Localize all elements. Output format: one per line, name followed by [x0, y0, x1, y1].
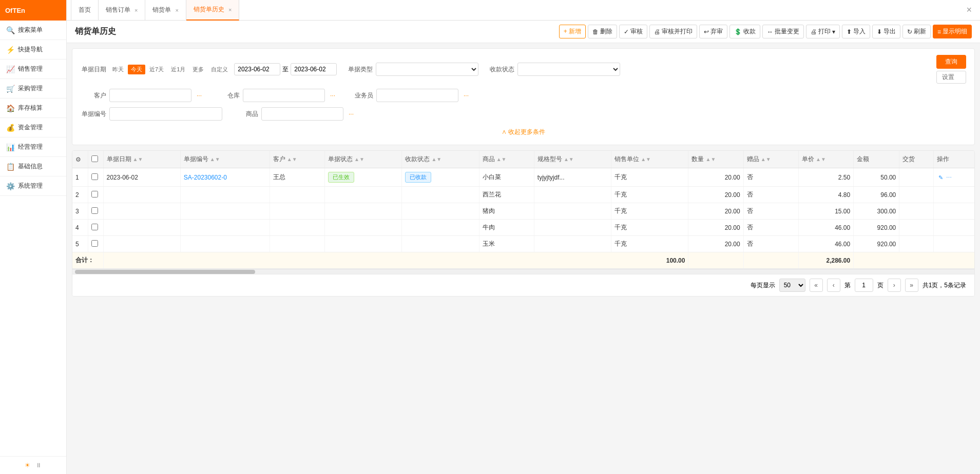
collapse-button[interactable]: ∧ 收起更多条件 [81, 126, 966, 139]
filter-goods-input[interactable] [261, 107, 343, 121]
sidebar-item-basic-info[interactable]: 📋 基础信息 [0, 157, 66, 176]
table-row: 1 2023-06-02 SA-20230602-0 王总 已生效 已收款 小白… [72, 168, 974, 187]
col-doc-no[interactable]: 单据编号 ▲▼ [180, 151, 270, 168]
page-number-input[interactable] [855, 279, 873, 292]
row-select-checkbox[interactable] [91, 224, 98, 230]
print-button[interactable]: 🖨 打印 ▾ [806, 25, 840, 38]
warehouse-select-btn[interactable]: ··· [328, 92, 337, 99]
row-checkbox[interactable] [88, 220, 103, 236]
sidebar-item-finance[interactable]: 💰 资金管理 [0, 118, 66, 137]
edit-action[interactable]: ✎ [938, 174, 943, 181]
sidebar-item-sys-mgmt[interactable]: ⚙️ 系统管理 [0, 176, 66, 196]
show-detail-button[interactable]: ≡ 显示明细 [933, 25, 972, 38]
audit-print-button[interactable]: 🖨 审核并打印 [649, 25, 697, 38]
row-checkbox[interactable] [88, 203, 103, 220]
row-select-checkbox[interactable] [91, 240, 98, 247]
tab-sales-order-close[interactable]: × [134, 7, 138, 13]
tab-sales-order[interactable]: 销售订单 × [99, 0, 145, 21]
date-today[interactable]: 今天 [128, 65, 145, 74]
row-goods: 牛肉 [479, 220, 534, 236]
date-custom[interactable]: 自定义 [208, 65, 231, 74]
select-all-checkbox[interactable] [91, 155, 98, 162]
import-button[interactable]: ⬆ 导入 [842, 25, 870, 38]
horizontal-scrollbar[interactable] [72, 269, 974, 274]
row-amount: 920.00 [854, 220, 899, 236]
doc-no-link[interactable]: SA-20230602-0 [184, 174, 227, 181]
sidebar-item-operation[interactable]: 📊 经营管理 [0, 137, 66, 157]
first-page-button[interactable]: « [810, 279, 823, 292]
col-checkbox[interactable] [88, 151, 103, 168]
row-doc-date [103, 220, 180, 236]
filter-warehouse-input[interactable] [243, 89, 325, 102]
filter-doc-type-select[interactable] [376, 63, 478, 76]
filter-doc-no-input[interactable] [109, 107, 222, 121]
date-end-input[interactable] [291, 63, 337, 75]
per-page-select[interactable]: 50 100 [779, 279, 805, 292]
tab-home[interactable]: 首页 [71, 0, 99, 21]
col-goods[interactable]: 商品 ▲▼ [479, 151, 534, 168]
date-more[interactable]: 更多 [189, 65, 207, 74]
setting-button[interactable]: 设置 [936, 71, 966, 84]
tab-sales-goods[interactable]: 销货单 × [145, 0, 186, 21]
customer-select-btn[interactable]: ··· [195, 92, 204, 99]
new-button[interactable]: + 新增 [559, 25, 586, 38]
filter-pay-select[interactable] [517, 63, 620, 76]
row-select-checkbox[interactable] [91, 207, 98, 214]
col-trade[interactable]: 交货 [899, 151, 933, 168]
row-checkbox[interactable] [88, 168, 103, 187]
sun-icon[interactable]: ☀ [25, 462, 30, 469]
query-button[interactable]: 查询 [936, 55, 966, 69]
scroll-thumb[interactable] [75, 270, 255, 274]
export-button[interactable]: ⬇ 导出 [872, 25, 900, 38]
abandon-button[interactable]: ↩ 弃审 [699, 25, 727, 38]
goods-select-btn[interactable]: ··· [347, 110, 356, 117]
data-table: ⚙ 单据日期 ▲▼ 单据编号 ▲▼ [72, 151, 974, 269]
col-pay-status[interactable]: 收款状态 ▲▼ [402, 151, 479, 168]
col-doc-status[interactable]: 单据状态 ▲▼ [325, 151, 402, 168]
sidebar-item-label: 资金管理 [18, 123, 43, 132]
audit-button[interactable]: ✓ 审核 [619, 25, 647, 38]
sidebar-item-quick-nav[interactable]: ⚡ 快捷导航 [0, 40, 66, 60]
row-checkbox[interactable] [88, 187, 103, 203]
staff-select-btn[interactable]: ··· [462, 92, 471, 99]
date-1month[interactable]: 近1月 [168, 65, 188, 74]
tab-sales-history-close[interactable]: × [228, 7, 232, 13]
pause-icon[interactable]: ⏸ [35, 462, 42, 469]
col-unit[interactable]: 销售单位 ▲▼ [611, 151, 688, 168]
more-action[interactable]: ⋯ [946, 174, 952, 181]
tabs-close-all[interactable]: × [962, 5, 976, 15]
date-yesterday[interactable]: 昨天 [109, 65, 127, 74]
row-select-checkbox[interactable] [91, 173, 98, 180]
filter-staff-input[interactable] [376, 89, 458, 102]
table-settings-icon[interactable]: ⚙ [75, 156, 81, 163]
tab-sales-history[interactable]: 销货单历史 × [186, 0, 239, 21]
col-price[interactable]: 单价 ▲▼ [798, 151, 853, 168]
col-qty[interactable]: 数量 ▲▼ [688, 151, 743, 168]
row-select-checkbox[interactable] [91, 191, 98, 198]
row-amount: 96.00 [854, 187, 899, 203]
col-gear[interactable]: ⚙ [72, 151, 88, 168]
sidebar-item-sales-mgmt[interactable]: 📈 销售管理 [0, 60, 66, 79]
next-page-button[interactable]: › [888, 279, 901, 292]
prev-page-button[interactable]: ‹ [827, 279, 840, 292]
date-start-input[interactable] [234, 63, 280, 75]
last-page-button[interactable]: » [905, 279, 918, 292]
sidebar-item-purchase-mgmt[interactable]: 🛒 采购管理 [0, 79, 66, 98]
tab-sales-goods-close[interactable]: × [175, 7, 178, 13]
col-customer[interactable]: 客户 ▲▼ [270, 151, 324, 168]
collect-button[interactable]: 💲 收款 [729, 25, 760, 38]
sidebar-item-search-menu[interactable]: 🔍 搜索菜单 [0, 21, 66, 40]
row-doc-date [103, 203, 180, 220]
row-checkbox[interactable] [88, 236, 103, 252]
col-amount[interactable]: 金额 [854, 151, 899, 168]
refresh-button[interactable]: ↻ 刷新 [902, 25, 931, 38]
filter-customer-input[interactable] [109, 89, 191, 102]
delete-button[interactable]: 🗑 删除 [588, 25, 617, 38]
sidebar-item-inventory[interactable]: 🏠 库存核算 [0, 98, 66, 118]
col-doc-date[interactable]: 单据日期 ▲▼ [103, 151, 180, 168]
col-spec[interactable]: 规格型号 ▲▼ [534, 151, 611, 168]
col-customer-label: 客户 [273, 155, 285, 163]
batch-change-button[interactable]: ↔ 批量变更 [762, 25, 804, 38]
col-gift[interactable]: 赠品 ▲▼ [743, 151, 798, 168]
date-7days[interactable]: 近7天 [146, 65, 167, 74]
